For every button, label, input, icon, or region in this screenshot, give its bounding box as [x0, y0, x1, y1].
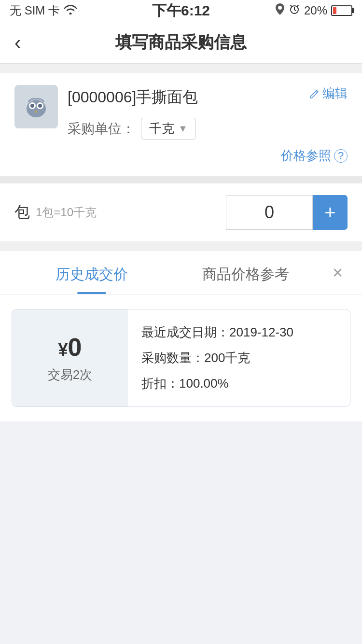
svg-point-1	[27, 100, 46, 117]
product-actions: 编辑	[309, 85, 348, 102]
status-time: 下午6:12	[152, 1, 210, 21]
history-discount-row: 折扣：100.00%	[141, 374, 336, 393]
status-left: 无 SIM 卡	[10, 3, 77, 18]
date-value: 2019-12-30	[229, 325, 293, 339]
unit-select[interactable]: 千克 ▼	[141, 118, 196, 140]
unit-value: 千克	[149, 120, 174, 137]
status-bar: 无 SIM 卡 下午6:12 20%	[0, 0, 362, 21]
currency-symbol: ¥	[58, 340, 68, 360]
location-icon	[275, 3, 285, 18]
tabs-section: 历史成交价 商品价格参考 × ¥0 交易2次 最近成交日期：2019-12-30…	[0, 251, 362, 421]
qty-value: 200千克	[204, 350, 250, 365]
discount-value: 100.00%	[179, 376, 229, 391]
alarm-icon	[289, 3, 300, 18]
history-date-row: 最近成交日期：2019-12-30	[141, 323, 336, 342]
quantity-unit-badge: 包	[14, 202, 30, 223]
product-info: [0000006]手撕面包 采购单位： 千克 ▼	[14, 85, 198, 140]
unit-dropdown-arrow: ▼	[178, 123, 188, 134]
date-label: 最近成交日期：	[141, 325, 229, 339]
qty-label: 采购数量：	[141, 350, 204, 365]
price-ref-label: 价格参照	[281, 147, 331, 164]
history-price-value: ¥0	[58, 333, 82, 362]
quantity-unit-info: 包 1包=10千克	[14, 202, 97, 223]
status-right: 20%	[275, 3, 352, 18]
nav-bar: ‹ 填写商品采购信息	[0, 21, 362, 64]
product-name: [0000006]手撕面包	[68, 87, 198, 108]
quantity-row: 包 1包=10千克 0 +	[0, 183, 362, 241]
unit-label: 采购单位：	[68, 120, 135, 138]
help-icon: ?	[334, 149, 348, 163]
unit-conversion-text: 1包=10千克	[36, 205, 97, 220]
edit-button[interactable]: 编辑	[309, 85, 348, 102]
page-title: 填写商品采购信息	[115, 31, 247, 54]
product-header: [0000006]手撕面包 采购单位： 千克 ▼ 编辑	[14, 85, 348, 140]
tab-price-reference[interactable]: 商品价格参考	[168, 251, 322, 294]
price-ref-button[interactable]: 价格参照 ?	[281, 147, 348, 164]
battery-text: 20%	[304, 4, 327, 17]
carrier-text: 无 SIM 卡	[10, 3, 60, 18]
history-price-panel: ¥0 交易2次	[12, 309, 128, 406]
history-card: ¥0 交易2次 最近成交日期：2019-12-30 采购数量：200千克 折扣：…	[12, 309, 350, 407]
history-trades-count: 交易2次	[48, 366, 92, 383]
section-divider	[0, 176, 362, 183]
tabs-header: 历史成交价 商品价格参考 ×	[0, 251, 362, 294]
wifi-icon	[64, 4, 77, 17]
discount-label: 折扣：	[141, 376, 179, 391]
battery-icon	[331, 5, 352, 16]
svg-point-5	[38, 104, 42, 108]
page-background	[0, 421, 362, 644]
unit-row: 采购单位： 千克 ▼	[68, 118, 198, 140]
quantity-plus-button[interactable]: +	[313, 195, 348, 230]
product-card: [0000006]手撕面包 采购单位： 千克 ▼ 编辑 价格参照 ?	[0, 73, 362, 176]
tab-history-price[interactable]: 历史成交价	[14, 251, 168, 294]
product-footer: 价格参照 ?	[14, 147, 348, 164]
tab-content: ¥0 交易2次 最近成交日期：2019-12-30 采购数量：200千克 折扣：…	[0, 294, 362, 421]
quantity-input[interactable]: 0	[226, 195, 313, 230]
svg-point-4	[30, 104, 34, 108]
history-details-panel: 最近成交日期：2019-12-30 采购数量：200千克 折扣：100.00%	[128, 309, 350, 406]
tab-close-button[interactable]: ×	[328, 258, 348, 288]
quantity-controls: 0 +	[226, 195, 348, 230]
product-name-container: [0000006]手撕面包 采购单位： 千克 ▼	[68, 85, 198, 140]
history-qty-row: 采购数量：200千克	[141, 349, 336, 367]
back-button[interactable]: ‹	[14, 33, 21, 52]
product-thumbnail	[14, 85, 58, 128]
